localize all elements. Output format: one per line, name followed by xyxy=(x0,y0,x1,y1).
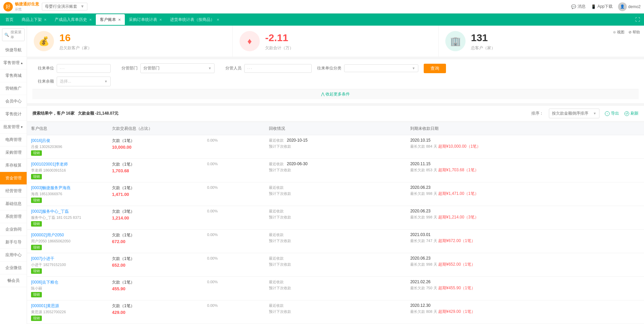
cell-customer-7: [000001]黄思源 黄思源 13552700226 现销 xyxy=(27,300,108,324)
tab-inbound[interactable]: 进货单统计表（按商品） ✕ xyxy=(166,14,223,25)
next-collection-4: 预计下次收款 xyxy=(269,238,402,243)
sort-label: 排序： xyxy=(531,111,543,116)
cell-customer-4: [000002]用户2050 用户2050 18665062050 现销 xyxy=(27,230,108,253)
customer-name-link-0[interactable]: [0016]吕俊 xyxy=(31,138,50,143)
refresh-btn[interactable]: ↺ 刷新 xyxy=(624,111,639,116)
sidebar-item-member[interactable]: 会员中心 xyxy=(0,95,27,108)
customer-name-link-5[interactable]: [0007]小进干 xyxy=(31,256,54,261)
cell-collection-7: 最近收款 预计下次收款 xyxy=(265,300,406,324)
sort-select[interactable]: 按欠款金额倒序排序 ▼ xyxy=(549,109,599,118)
overdue-link-2[interactable]: 超期¥1,471.00（1笔） xyxy=(438,191,479,196)
balance-select[interactable]: 选择... ▼ xyxy=(57,77,111,86)
debt-count-2: 欠款（1笔） xyxy=(112,185,196,191)
company-select[interactable]: 母婴行业演示账套 ▼ xyxy=(42,3,87,10)
customer-name-link-7[interactable]: [000001]黄思源 xyxy=(31,303,59,308)
table-row: [0016]吕俊 吕俊 13026203696 现销 欠款（1笔） 10,000… xyxy=(27,135,644,159)
message-btn[interactable]: 💬 消息 xyxy=(571,4,586,9)
sidebar-item-batch-mgmt[interactable]: 批发管理 ▼ xyxy=(0,121,27,134)
tab-home[interactable]: 首页 xyxy=(1,14,18,25)
views-btn[interactable]: ⊙ 视图 xyxy=(613,30,624,35)
sidebar-item-newbie[interactable]: 新手引导 xyxy=(0,236,27,249)
sidebar-item-retail-stats[interactable]: 零售统计 xyxy=(0,108,27,121)
sidebar-item-quick-nav[interactable]: 快捷导航 xyxy=(0,44,27,57)
table-row: [0007]小进干 小进干 18279152100 现销 欠款（1笔） 652.… xyxy=(27,253,644,277)
overdue-link-6[interactable]: 超期¥455.90（1笔） xyxy=(438,286,475,290)
sidebar-item-finance[interactable]: 资金管理 xyxy=(0,172,27,185)
sidebar-item-purchase[interactable]: 采购管理 xyxy=(0,146,27,159)
manager-input[interactable]: ··· xyxy=(244,64,312,73)
query-button[interactable]: 查询 xyxy=(424,64,446,73)
last-collection-1: 最近收款 2020-06-30 xyxy=(269,161,402,167)
chevron-down-icon5: ▼ xyxy=(104,80,108,83)
export-btn[interactable]: ↑ 导出 xyxy=(605,111,619,116)
collapse-bar[interactable]: ⋀ 收起更多条件 xyxy=(32,89,639,99)
next-collection-3: 预计下次收款 xyxy=(269,215,402,220)
card-content-customers: 16 总欠款客户（家） xyxy=(59,32,92,51)
customer-name-link-4[interactable]: [000002]用户2050 xyxy=(31,233,64,237)
sidebar-item-marketing[interactable]: 营销推广 xyxy=(0,82,27,95)
sidebar-item-system[interactable]: 系统管理 xyxy=(0,210,27,223)
debt-amount-row-6: 455.90 xyxy=(112,286,196,291)
tab-close-inbound[interactable]: ✕ xyxy=(217,18,219,22)
overdue-link-5[interactable]: 超期¥652.00（1笔） xyxy=(438,262,475,267)
customer-name-link-1[interactable]: [0001020001]李老师 xyxy=(31,162,68,167)
sidebar-item-app-center[interactable]: 应用中心 xyxy=(0,249,27,262)
tab-close-customer[interactable]: ✕ xyxy=(118,18,121,22)
topbar-right: 💬 消息 📱 App下载 👤 demo2 xyxy=(571,2,641,11)
debt-percent-6: 0.00% xyxy=(207,280,218,284)
debt-percent-3: 0.00% xyxy=(207,209,218,213)
sidebar-item-retail-mgmt[interactable]: 零售管理 ▲ xyxy=(0,57,27,69)
debt-amount-value-2: 1,471.00 xyxy=(112,192,129,197)
customer-name-link-6[interactable]: [0006]去下粮仓 xyxy=(31,280,58,285)
customer-contact-4: 用户2050 18665062050 xyxy=(31,239,104,244)
help-btn[interactable]: ⊘ 帮助 xyxy=(628,30,640,35)
download-icon: 📱 xyxy=(591,4,596,9)
overdue-link-0[interactable]: 超期¥10,000.00（1笔） xyxy=(438,144,481,149)
tab-goods[interactable]: 商品上下架 ✕ xyxy=(18,14,51,25)
sort-chevron-icon: ▼ xyxy=(593,112,596,115)
overdue-link-1[interactable]: 超期¥1,703.68（1笔） xyxy=(438,168,479,172)
customer-contact-2: 海燕 18513066976 xyxy=(31,192,104,197)
overdue-info-0: 最长欠款 884 天 超期¥10,000.00（1笔） xyxy=(410,144,640,149)
user-area[interactable]: 👤 demo2 xyxy=(618,2,641,11)
sidebar-item-warehouse[interactable]: 库存核算 xyxy=(0,159,27,172)
tab-close-production[interactable]: ✕ xyxy=(89,18,92,22)
tab-purchase[interactable]: 采购订单统计表 ✕ xyxy=(125,14,166,25)
tab-close-goods[interactable]: ✕ xyxy=(44,18,47,22)
overdue-link-7[interactable]: 超期¥429.00（1笔） xyxy=(438,309,475,314)
sidebar-item-enterprise[interactable]: 企业协同 xyxy=(0,223,27,236)
tab-close-purchase[interactable]: ✕ xyxy=(159,18,162,22)
sidebar-item-ecommerce[interactable]: 电商管理 xyxy=(0,134,27,146)
customer-name-link-3[interactable]: [0002]服务中心_丁磊 xyxy=(31,209,69,214)
tabs-expand-icon[interactable]: ⛶ xyxy=(635,17,640,22)
balance-placeholder: 选择... xyxy=(60,79,71,84)
source-unit-input[interactable]: ··· xyxy=(57,64,111,73)
sidebar-search-input[interactable]: 🔍 搜索菜单 xyxy=(2,28,25,41)
cell-customer-1: [0001020001]李老师 李老师 18600391516 现销 xyxy=(27,159,108,182)
unit-category-select[interactable]: ▼ xyxy=(344,64,418,72)
cell-debt-percent-6: 0.00% xyxy=(200,277,265,300)
cell-debt-3: 欠款（3笔） 1,214.00 xyxy=(108,206,200,230)
cell-overdue-5: 2020.06.23 最长欠款 998 天 超期¥652.00（1笔） xyxy=(406,253,644,277)
overdue-link-4[interactable]: 超期¥672.00（1笔） xyxy=(438,238,475,243)
department-select[interactable]: 分管部门 ▼ xyxy=(140,63,215,73)
chevron-down-icon: ▲ xyxy=(20,61,23,65)
card-icon-building: 🏢 xyxy=(445,31,466,51)
sidebar-item-corp-wechat[interactable]: 企业微信 xyxy=(0,262,27,274)
tab-customer[interactable]: 客户账本 ✕ xyxy=(96,14,125,25)
cell-debt-7: 欠款（1笔） 429.00 xyxy=(108,300,200,324)
overdue-link-3[interactable]: 超期¥1,214.00（3笔） xyxy=(438,215,479,219)
sidebar-item-vip[interactable]: 畅会员 xyxy=(0,274,27,287)
tabs-bar: 首页 商品上下架 ✕ 产成品入库单历史 ✕ 客户账本 ✕ 采购订单统计表 ✕ 进… xyxy=(0,13,644,26)
debt-count-3: 欠款（3笔） xyxy=(112,209,196,214)
total-debt-amount-label: 欠款合计（万） xyxy=(265,45,293,51)
sidebar-item-basic-info[interactable]: 基础信息 xyxy=(0,198,27,210)
customer-name-link-2[interactable]: [0003]畅捷服务尹海燕 xyxy=(31,185,71,190)
sidebar-item-business[interactable]: 经营管理 xyxy=(0,185,27,198)
overdue-date-0: 2020.10.15 xyxy=(410,138,640,143)
debt-count-6: 欠款（1笔） xyxy=(112,279,196,285)
tab-production[interactable]: 产成品入库单历史 ✕ xyxy=(51,14,96,25)
last-collection-5: 最近收款 xyxy=(269,256,402,261)
app-download-btn[interactable]: 📱 App下载 xyxy=(591,4,613,9)
sidebar-item-retail-mall[interactable]: 零售商城 xyxy=(0,69,27,82)
